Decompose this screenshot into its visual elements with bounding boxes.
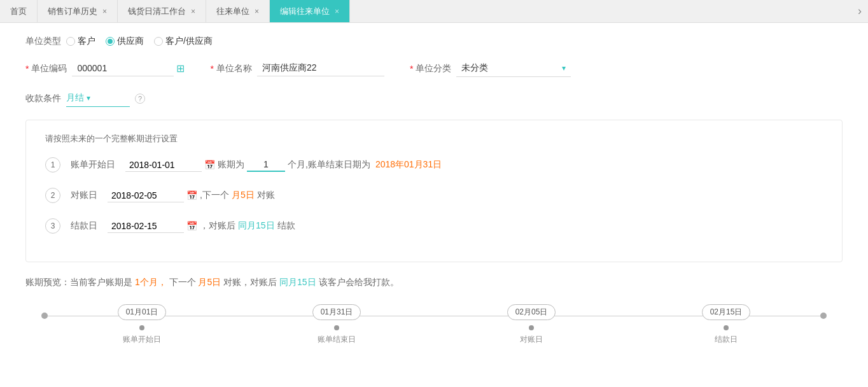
step-label-3: 结款日 — [71, 220, 97, 232]
tab-close-icon[interactable]: × — [255, 7, 259, 16]
timeline-badge-2: 02月05日 — [507, 304, 556, 320]
help-icon[interactable]: ? — [135, 94, 145, 104]
period-unit-text: 个月,账单结束日期为 — [288, 159, 370, 171]
tab-sales-order-history[interactable]: 销售订单历史 × — [38, 0, 118, 22]
radio-label-supplier: 供应商 — [117, 36, 144, 47]
tab-partner-unit[interactable]: 往来单位 × — [206, 0, 270, 22]
timeline-dot-2 — [529, 325, 534, 330]
timeline-badge-0: 01月01日 — [118, 304, 167, 320]
unit-code-label: 单位编码 — [31, 63, 67, 74]
unit-info-row: * 单位编码 ⊞ * 单位名称 * 单位分类 未分类 ▾ — [25, 60, 843, 77]
period-end-date: 2018年01月31日 — [375, 159, 442, 171]
step3-suffix-before: ，对账后 — [200, 220, 235, 232]
required-star: * — [210, 64, 213, 74]
preview-prefix: 账期预览：当前客户账期是 — [25, 277, 132, 287]
tab-edit-partner-unit[interactable]: 编辑往来单位 × — [270, 0, 350, 22]
radio-circle-customer — [66, 37, 75, 46]
tab-more-button[interactable]: › — [851, 0, 868, 22]
tab-label: 往来单位 — [216, 6, 249, 17]
payment-condition-label: 收款条件 — [25, 93, 61, 104]
step-date-input-3[interactable] — [108, 220, 184, 233]
copy-icon[interactable]: ⊞ — [176, 62, 185, 74]
unit-classify-label: 单位分类 — [416, 63, 451, 74]
radio-customer-supplier[interactable]: 客户/供应商 — [154, 36, 213, 47]
preview-part2-highlight: 月5日 — [198, 277, 221, 287]
step-label-1: 账单开始日 — [71, 159, 115, 171]
payment-condition-select[interactable]: 月结 ▾ — [66, 90, 130, 107]
tab-cash-goods-workbench[interactable]: 钱货日清工作台 × — [118, 0, 206, 22]
preview-suffix: 该客户会给我打款。 — [319, 277, 399, 287]
unit-type-radio-group: 客户 供应商 客户/供应商 — [66, 36, 213, 47]
timeline-label-1: 账单结束日 — [318, 334, 356, 345]
step-num-1: 1 — [45, 157, 60, 172]
unit-name-field: * 单位名称 — [210, 60, 384, 76]
timeline-wrapper: 01月01日 账单开始日 01月31日 账单结束日 02月05日 对账日 02月… — [25, 304, 843, 345]
preview-text: 账期预览：当前客户账期是 1个月， 下一个 月5日 对账，对账后 同月15日 该… — [25, 275, 843, 289]
chevron-down-icon: ▾ — [562, 64, 566, 73]
panel-hint: 请按照未来的一个完整帐期进行设置 — [45, 133, 823, 144]
step-num-2: 2 — [45, 188, 60, 203]
preview-part2-before: 下一个 — [169, 277, 196, 287]
tab-close-icon[interactable]: × — [191, 7, 195, 16]
unit-classify-field: * 单位分类 未分类 ▾ — [410, 60, 571, 77]
radio-customer[interactable]: 客户 — [66, 36, 95, 47]
step-date-input-1[interactable] — [125, 158, 202, 172]
radio-label-customer-supplier: 客户/供应商 — [165, 36, 213, 47]
timeline-label-2: 对账日 — [520, 334, 543, 345]
payment-condition-value: 月结 — [66, 92, 84, 104]
timeline-badge-1: 01月31日 — [312, 304, 361, 320]
preview-part1: 1个月， — [135, 277, 167, 287]
tab-close-icon[interactable]: × — [102, 7, 107, 16]
step-num-3: 3 — [45, 218, 60, 234]
step2-suffix-before: ,下一个 — [200, 190, 229, 201]
timeline-badge-3: 02月15日 — [702, 304, 751, 320]
step2-suffix-after: 对账 — [257, 190, 275, 201]
period-value-input[interactable] — [247, 158, 285, 172]
tab-home[interactable]: 首页 — [0, 0, 38, 22]
step-label-2: 对账日 — [71, 190, 97, 201]
period-label-before: 账期为 — [218, 159, 244, 171]
payment-condition-row: 收款条件 月结 ▾ ? — [25, 90, 843, 107]
unit-code-input[interactable] — [72, 60, 174, 76]
step-row-1: 1 账单开始日 📅 账期为 个月,账单结束日期为 2018年01月31日 — [45, 157, 823, 172]
preview-part3-highlight: 同月15日 — [279, 277, 316, 287]
timeline-item-2: 02月05日 对账日 — [507, 304, 556, 345]
unit-name-label: 单位名称 — [216, 63, 252, 74]
timeline-item-1: 01月31日 账单结束日 — [312, 304, 361, 345]
unit-classify-select[interactable]: 未分类 ▾ — [456, 60, 571, 77]
timeline-items: 01月01日 账单开始日 01月31日 账单结束日 02月05日 对账日 02月… — [45, 304, 823, 345]
tabs-bar: 首页 销售订单历史 × 钱货日清工作台 × 往来单位 × 编辑往来单位 × › — [0, 0, 868, 23]
tab-label: 钱货日清工作台 — [128, 6, 186, 17]
timeline-label-0: 账单开始日 — [123, 334, 161, 345]
step3-suffix-after: 结款 — [277, 220, 295, 232]
step-row-3: 3 结款日 📅 ，对账后 同月15日 结款 — [45, 218, 823, 234]
calendar-icon-2[interactable]: 📅 — [186, 190, 197, 201]
chevron-down-icon: ▾ — [87, 94, 90, 102]
radio-circle-supplier — [106, 37, 115, 46]
unit-name-input[interactable] — [257, 60, 384, 76]
required-star: * — [410, 64, 413, 74]
step-date-input-2[interactable] — [108, 189, 184, 202]
main-content: 单位类型 客户 供应商 客户/供应商 * 单位编码 ⊞ * 单位名称 — [0, 23, 868, 387]
unit-code-field: * 单位编码 ⊞ — [25, 60, 185, 76]
calendar-icon-1[interactable]: 📅 — [204, 160, 215, 170]
radio-circle-customer-supplier — [154, 37, 163, 46]
radio-supplier[interactable]: 供应商 — [106, 36, 144, 47]
timeline-item-0: 01月01日 账单开始日 — [118, 304, 167, 345]
step-row-2: 2 对账日 📅 ,下一个 月5日 对账 — [45, 188, 823, 203]
radio-label-customer: 客户 — [78, 36, 95, 47]
step2-suffix-highlight: 月5日 — [232, 190, 255, 201]
period-settings-panel: 请按照未来的一个完整帐期进行设置 1 账单开始日 📅 账期为 个月,账单结束日期… — [25, 120, 843, 262]
preview-part2-after: 对账，对账后 — [223, 277, 277, 287]
step3-suffix-highlight: 同月15日 — [238, 220, 275, 232]
timeline-dot-0 — [139, 325, 144, 330]
timeline-dot-1 — [334, 325, 339, 330]
unit-type-label: 单位类型 — [25, 36, 61, 47]
unit-classify-value: 未分类 — [461, 62, 557, 74]
timeline-dot-3 — [724, 325, 729, 330]
calendar-icon-3[interactable]: 📅 — [186, 221, 197, 231]
unit-type-row: 单位类型 客户 供应商 客户/供应商 — [25, 36, 843, 47]
tab-close-icon[interactable]: × — [335, 7, 339, 16]
tab-label: 编辑往来单位 — [280, 6, 330, 17]
timeline-item-3: 02月15日 结款日 — [702, 304, 751, 345]
